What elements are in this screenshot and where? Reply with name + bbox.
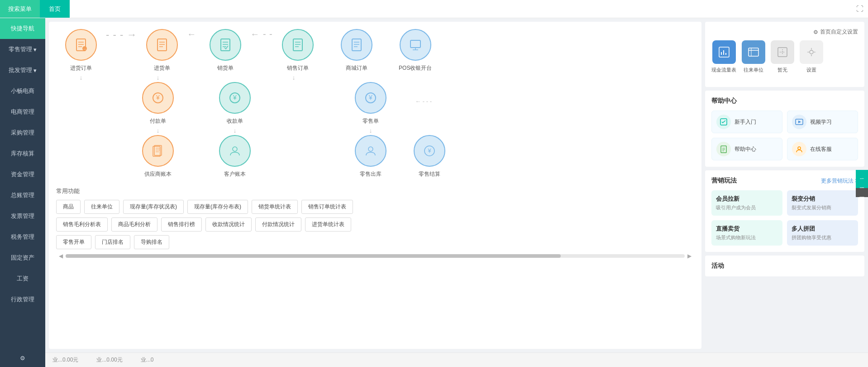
tab-home[interactable]: 首页 [40,0,70,18]
marketing-more[interactable]: 更多营销玩法 > [821,177,858,185]
quick-nav-item-cashflow[interactable]: 现金流量表 [711,40,736,73]
flow-node-fukuan: ¥ 付款单 [133,82,183,125]
member-title: 会员拉新 [716,195,778,203]
circle-lingshouchuku[interactable] [355,135,386,167]
sidebar-retail-label: 零售管理 [9,45,32,53]
svg-text:¥: ¥ [368,94,372,101]
svg-rect-6 [157,39,167,51]
func-btn-partners[interactable]: 往来单位 [84,200,119,214]
sidebar-item-ecom[interactable]: 小畅电商 [0,81,45,101]
func-btn-sales-gross[interactable]: 销售毛利分析表 [56,217,108,232]
quick-nav-item-settings[interactable]: 设置 [800,40,823,73]
bottom-num-2: 业...0.00元 [96,356,122,364]
sidebar-ecom-mgmt-label: 电商管理 [11,108,34,116]
scroll-track[interactable] [66,254,685,258]
sidebar-item-inventory[interactable]: 库存核算 [0,143,45,164]
label-jinhuodd: 进货订单 [70,64,92,72]
sidebar-item-finance[interactable]: 资金管理 [0,164,45,185]
marketing-item-group[interactable]: 多人拼团 拼团购物享受优惠 [787,220,858,246]
helpcenter-icon [716,142,731,156]
marketing-item-member[interactable]: 会员拉新 吸引用户成为会员 [711,190,782,216]
sidebar-item-label: 快捷导航 [11,24,34,33]
sidebar-item-invoice[interactable]: 发票管理 [0,206,45,227]
marketing-item-viral[interactable]: 裂变分销 裂变式发展分销商 [787,190,858,216]
func-btn-guide-rank[interactable]: 导购排名 [134,235,169,249]
quick-nav-icons: 现金流量表 往来单位 暂无 [711,40,858,73]
float-btn-community[interactable]: 服务社区 [856,179,868,188]
float-buttons: 客服热线 服务社区 桌面快捷 [856,170,868,197]
circle-shangchengdd[interactable] [341,29,372,61]
flow-node-jinhuodd: → 进货订单 [56,29,106,72]
help-item-helpcenter[interactable]: 帮助中心 [711,138,782,160]
helpcenter-label: 帮助中心 [734,145,756,153]
func-btn-store-rank[interactable]: 门店排名 [95,235,130,249]
help-item-online[interactable]: 在线客服 [787,138,858,160]
circle-kehu[interactable] [219,135,251,167]
float-btn-service[interactable]: 客服热线 [856,170,868,179]
expand-icon[interactable]: ⛶ [852,5,868,13]
func-btn-receipt-stats[interactable]: 收款情况统计 [205,217,252,232]
sidebar-item-assets[interactable]: 固定资产 [0,247,45,268]
func-btn-sales-rank[interactable]: 销售排行榜 [161,217,202,232]
sidebar-purchase-label: 采购管理 [11,129,34,137]
search-menu-btn[interactable]: 搜索菜单 [0,0,40,18]
svg-rect-44 [749,48,758,56]
marketing-item-live[interactable]: 直播卖货 场景式购物新玩法 [711,220,782,246]
viral-desc: 裂变式发展分销商 [792,204,854,211]
scroll-right-btn[interactable]: ▶ [685,253,694,259]
func-btn-retail-order[interactable]: 零售开单 [56,235,91,249]
sidebar-item-wholesale[interactable]: 批发管理 ▾ [0,60,45,81]
func-btn-sales-order-stats[interactable]: 销售订单统计表 [301,200,353,214]
svg-rect-18 [352,39,361,51]
func-btn-sales-stats[interactable]: 销货单统计表 [252,200,298,214]
func-btn-payment-stats[interactable]: 付款情况统计 [255,217,301,232]
sidebar-item-salary[interactable]: 工资 [0,268,45,289]
flow-node-xiaohuo: 销货单 [200,29,250,72]
func-btn-product-gross[interactable]: 商品毛利分析 [111,217,157,232]
quick-nav-header[interactable]: ⚙ 首页自定义设置 [711,28,858,36]
circle-gongyingshang[interactable] [142,135,174,167]
circle-jinhuo[interactable] [146,29,178,61]
func-btn-inventory-dist[interactable]: 现存量(库存分布表) [187,200,248,214]
sidebar-item-ledger[interactable]: 总账管理 [0,185,45,206]
circle-xiaoshoudd[interactable] [282,29,314,61]
func-row-2: 销售毛利分析表 商品毛利分析 销售排行榜 收款情况统计 付款情况统计 进货单统计… [56,217,694,232]
sidebar-invoice-label: 发票管理 [11,212,34,220]
float-btn-desktop[interactable]: 桌面快捷 [856,188,868,197]
help-item-beginner[interactable]: 新手入门 [711,111,782,133]
chevron-down-icon: ▾ [33,46,37,53]
sidebar-item-retail[interactable]: 零售管理 ▾ [0,39,45,60]
sidebar-item-quicknav[interactable]: 快捷导航 [0,18,45,39]
func-btn-inventory-status[interactable]: 现存量(库存状况表) [123,200,184,214]
circle-linghuo[interactable]: ¥ [355,82,386,114]
svg-point-50 [810,50,813,54]
group-title: 多人拼团 [792,225,854,233]
sidebar-settings-btn[interactable]: ⚙ [0,349,45,367]
sidebar-item-purchase[interactable]: 采购管理 [0,122,45,143]
sidebar-item-admin[interactable]: 行政管理 [0,289,45,310]
marketing-title: 营销玩法 [711,177,737,185]
sidebar-item-tax[interactable]: 税务管理 [0,227,45,247]
circle-fukuan[interactable]: ¥ [142,82,174,114]
sidebar-item-ecom-mgmt[interactable]: 电商管理 [0,101,45,122]
v-arrow-linghuo: ↓ [346,127,396,134]
circle-lingshoujiesuan[interactable]: ¥ [414,135,445,167]
help-item-video[interactable]: 视频学习 [787,111,858,133]
circle-pos[interactable] [400,29,431,61]
flow-node-lingshoujiesuan: ¥ 零售结算 [405,135,454,178]
scroll-left-btn[interactable]: ◀ [56,253,66,259]
quick-nav-item-partners[interactable]: 往来单位 [742,40,765,73]
flow-node-linghuo: ← - - - ¥ 零售单 [346,82,396,125]
circle-jinhuodd[interactable]: → [65,29,97,61]
func-btn-purchase-stats[interactable]: 进货单统计表 [305,217,351,232]
svg-rect-10 [221,39,230,51]
settings-icon: ⚙ [20,355,25,362]
circle-xiaohuo[interactable] [210,29,241,61]
partners-icon-box [742,40,765,64]
sidebar-tax-label: 税务管理 [11,233,34,241]
left-panel: → 进货订单 - - - → 进 [49,22,701,349]
v-arrow-jinhuo: ↓ [56,74,106,81]
circle-shoukuan[interactable]: ¥ [219,82,251,114]
member-desc: 吸引用户成为会员 [716,204,778,211]
func-btn-product[interactable]: 商品 [56,200,81,214]
